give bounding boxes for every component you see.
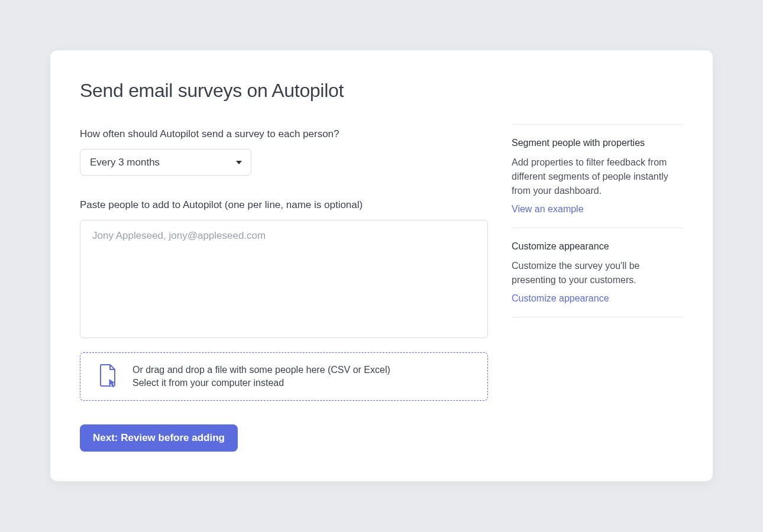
people-textarea[interactable] xyxy=(80,220,488,338)
page-title: Send email surveys on Autopilot xyxy=(80,80,488,102)
sidebar-appearance-desc: Customize the survey you'll be presentin… xyxy=(512,259,683,287)
main-column: Send email surveys on Autopilot How ofte… xyxy=(80,80,488,452)
frequency-label: How often should Autopilot send a survey… xyxy=(80,128,488,140)
dropzone-text: Or drag and drop a file with some people… xyxy=(132,365,390,388)
people-label: Paste people to add to Autopilot (one pe… xyxy=(80,199,488,211)
sidebar-appearance-title: Customize appearance xyxy=(512,241,683,252)
sidebar-segment-desc: Add properties to filter feedback from d… xyxy=(512,155,683,198)
frequency-select[interactable]: Every 3 months xyxy=(80,149,251,176)
sidebar-column: Segment people with properties Add prope… xyxy=(512,80,683,452)
file-upload-icon xyxy=(98,364,117,390)
next-button[interactable]: Next: Review before adding xyxy=(80,424,238,452)
autopilot-setup-card: Send email surveys on Autopilot How ofte… xyxy=(50,50,713,481)
view-example-link[interactable]: View an example xyxy=(512,204,584,214)
frequency-select-wrap: Every 3 months xyxy=(80,149,251,176)
sidebar-segment-title: Segment people with properties xyxy=(512,138,683,148)
dropzone-instruction: Or drag and drop a file with some people… xyxy=(132,365,390,375)
file-dropzone[interactable]: Or drag and drop a file with some people… xyxy=(80,352,488,401)
sidebar-segment-section: Segment people with properties Add prope… xyxy=(512,124,683,228)
dropzone-alt-action: Select it from your computer instead xyxy=(132,378,390,388)
sidebar-appearance-section: Customize appearance Customize the surve… xyxy=(512,228,683,317)
customize-appearance-link[interactable]: Customize appearance xyxy=(512,293,609,303)
